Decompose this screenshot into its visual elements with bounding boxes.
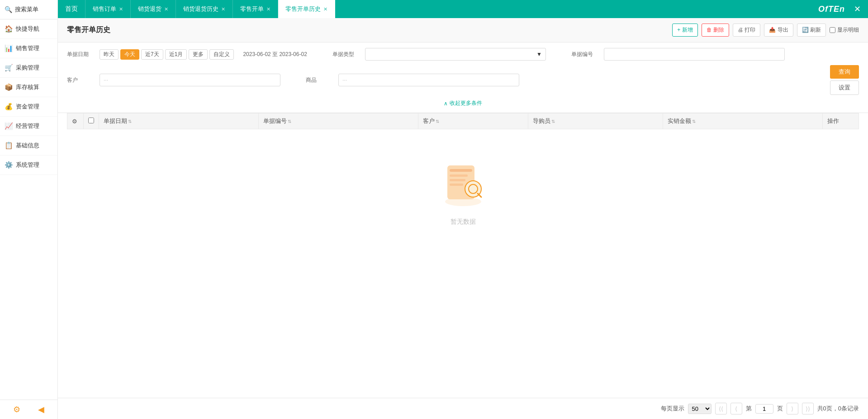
export-button[interactable]: 📤 导出 xyxy=(764,24,793,37)
tab-close-sales-order[interactable]: ✕ xyxy=(119,6,123,12)
product-input[interactable]: ··· xyxy=(338,74,519,86)
filter-settings-button[interactable]: 设置 xyxy=(830,80,859,95)
first-page-button[interactable]: ⟨⟨ xyxy=(715,403,727,414)
date-label: 单据日期 xyxy=(67,51,92,58)
table-head: ⚙ 单据日期⇅ 单据编号⇅ 客户⇅ 导购员⇅ 实销金额⇅ 操作 xyxy=(67,113,859,129)
display-detail-checkbox[interactable] xyxy=(830,27,835,33)
sidebar-item-quick-nav[interactable]: 🏠快捷导航 xyxy=(0,19,57,39)
empty-icon xyxy=(436,156,490,211)
sidebar-item-operations-mgmt[interactable]: 📈经营管理 xyxy=(0,117,57,136)
tab-sales-return[interactable]: 销货退货✕ xyxy=(131,0,176,18)
sort-customer-icon[interactable]: ⇅ xyxy=(436,119,439,124)
date-btn-yesterday[interactable]: 昨天 xyxy=(100,49,119,60)
tab-close-retail-open[interactable]: ✕ xyxy=(266,6,270,12)
sidebar-search-label: 搜索菜单 xyxy=(15,5,38,14)
sidebar-item-basic-info[interactable]: 📋基础信息 xyxy=(0,136,57,155)
empty-state: 暂无数据 xyxy=(67,129,859,253)
sort-date-icon[interactable]: ⇅ xyxy=(128,119,132,124)
next-page-button[interactable]: ⟩ xyxy=(787,403,798,414)
sidebar-item-label: 基础信息 xyxy=(16,141,39,150)
tab-label-home: 首页 xyxy=(65,5,78,13)
sidebar-item-label: 快捷导航 xyxy=(16,25,39,33)
sidebar-item-label: 销售管理 xyxy=(16,44,39,52)
product-label: 商品 xyxy=(306,76,331,84)
add-button[interactable]: + 新增 xyxy=(672,24,697,37)
sidebar-menu: 🏠快捷导航📊销售管理🛒采购管理📦库存核算💰资金管理📈经营管理📋基础信息⚙️系统管… xyxy=(0,19,57,400)
quick-nav-icon: 🏠 xyxy=(5,25,13,33)
sidebar-footer: ⚙ ◀ xyxy=(0,400,57,419)
total-records: 共0页，0条记录 xyxy=(817,405,859,413)
window-close-button[interactable]: ✕ xyxy=(854,4,861,14)
th-amount: 实销金额⇅ xyxy=(663,113,822,129)
order-no-label: 单据编号 xyxy=(571,51,597,58)
tab-home[interactable]: 首页 xyxy=(58,0,85,18)
sidebar-item-purchase-mgmt[interactable]: 🛒采购管理 xyxy=(0,58,57,78)
tab-close-sales-return-history[interactable]: ✕ xyxy=(221,6,225,12)
sidebar-item-inventory[interactable]: 📦库存核算 xyxy=(0,78,57,97)
sidebar-item-label: 系统管理 xyxy=(16,161,39,169)
sort-salesperson-icon[interactable]: ⇅ xyxy=(551,119,555,124)
refresh-button[interactable]: 🔄 刷新 xyxy=(797,24,826,37)
th-order-no: 单据编号⇅ xyxy=(259,113,418,129)
page-input[interactable] xyxy=(755,404,773,414)
order-type-select[interactable]: ▼ xyxy=(365,48,546,61)
tab-label-retail-open-history: 零售开单历史 xyxy=(285,5,321,13)
tab-sales-return-history[interactable]: 销货退货历史✕ xyxy=(176,0,233,18)
delete-button[interactable]: 🗑 删除 xyxy=(702,24,729,37)
customer-label: 客户 xyxy=(67,76,92,84)
date-btn-today[interactable]: 今天 xyxy=(120,49,139,60)
tab-retail-open[interactable]: 零售开单✕ xyxy=(233,0,278,18)
sidebar-item-label: 库存核算 xyxy=(16,83,39,91)
last-page-button[interactable]: ⟩⟩ xyxy=(802,403,814,414)
page-suffix: 页 xyxy=(777,405,783,413)
order-type-arrow: ▼ xyxy=(536,51,542,57)
collapse-sidebar-icon[interactable]: ◀ xyxy=(38,405,44,414)
tab-label-retail-open: 零售开单 xyxy=(240,5,264,13)
query-button[interactable]: 查询 xyxy=(830,65,859,79)
date-btn-last7[interactable]: 近7天 xyxy=(141,49,163,60)
settings-icon[interactable]: ⚙ xyxy=(13,405,20,414)
sort-amount-icon[interactable]: ⇅ xyxy=(692,119,696,124)
th-settings[interactable]: ⚙ xyxy=(67,113,84,129)
tab-sales-order[interactable]: 销售订单✕ xyxy=(85,0,131,18)
sidebar-item-label: 采购管理 xyxy=(16,64,39,72)
top-right: OfTEn ✕ xyxy=(818,4,868,14)
date-btn-more[interactable]: 更多 xyxy=(189,49,208,60)
sidebar-item-sales-mgmt[interactable]: 📊销售管理 xyxy=(0,39,57,58)
svg-rect-3 xyxy=(450,174,468,177)
print-button[interactable]: 🖨 打印 xyxy=(733,24,760,37)
th-checkbox[interactable] xyxy=(84,113,99,129)
date-btn-last_month[interactable]: 近1月 xyxy=(165,49,187,60)
product-placeholder: ··· xyxy=(342,77,347,83)
sidebar-item-finance-mgmt[interactable]: 💰资金管理 xyxy=(0,97,57,117)
sidebar-search[interactable]: 🔍 搜索菜单 xyxy=(0,0,57,19)
per-page-select[interactable]: 10 20 50 100 xyxy=(688,404,711,414)
th-customer: 客户⇅ xyxy=(418,113,528,129)
customer-input[interactable]: ··· xyxy=(100,74,280,86)
inventory-icon: 📦 xyxy=(5,83,13,91)
tab-label-sales-return-history: 销货退货历史 xyxy=(183,5,218,13)
svg-rect-2 xyxy=(450,169,472,172)
tab-label-sales-return: 销货退货 xyxy=(138,5,161,13)
date-buttons: 昨天今天近7天近1月更多自定义 xyxy=(100,49,234,60)
empty-text: 暂无数据 xyxy=(451,218,476,226)
tab-retail-open-history[interactable]: 零售开单历史✕ xyxy=(278,0,335,18)
page-content: 零售开单历史 + 新增 🗑 删除 🖨 打印 📤 导出 🔄 刷新 显示明细 单据日… xyxy=(58,18,868,419)
date-btn-custom[interactable]: 自定义 xyxy=(209,49,234,60)
order-type-label: 单据类型 xyxy=(332,51,358,58)
th-action: 操作 xyxy=(823,113,859,129)
customer-placeholder: ··· xyxy=(104,77,108,83)
tab-close-sales-return[interactable]: ✕ xyxy=(164,6,168,12)
collapse-filter-button[interactable]: ∧ 收起更多条件 xyxy=(444,99,482,109)
sort-orderno-icon[interactable]: ⇅ xyxy=(288,119,291,124)
display-detail-toggle[interactable]: 显示明细 xyxy=(830,26,859,34)
sidebar-item-label: 资金管理 xyxy=(16,103,39,111)
sidebar-item-system-mgmt[interactable]: ⚙️系统管理 xyxy=(0,155,57,175)
page-header: 零售开单历史 + 新增 🗑 删除 🖨 打印 📤 导出 🔄 刷新 显示明细 xyxy=(58,18,868,42)
per-page-label: 每页显示 xyxy=(661,405,684,413)
tab-close-retail-open-history[interactable]: ✕ xyxy=(323,6,327,12)
prev-page-button[interactable]: ⟨ xyxy=(730,403,742,414)
filter-row-2: 客户 ··· 商品 ··· 查询 设置 xyxy=(67,65,859,95)
select-all-checkbox[interactable] xyxy=(88,118,94,123)
order-no-input[interactable] xyxy=(604,48,785,61)
